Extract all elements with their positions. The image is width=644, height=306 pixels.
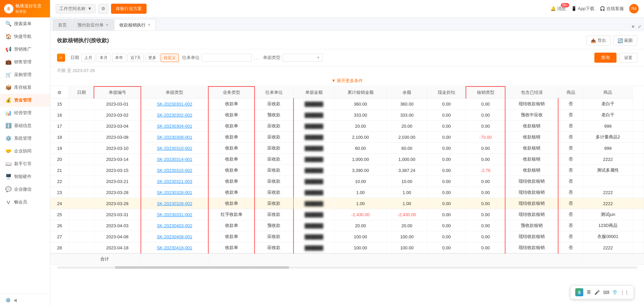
cell-no: 19 bbox=[50, 143, 69, 154]
tab-close-prepay[interactable]: ✕ bbox=[106, 23, 109, 27]
cell-verify_type: 现结收款核销 bbox=[505, 198, 558, 209]
sidebar-item-guide[interactable]: 📖新手引导 bbox=[0, 158, 50, 170]
cell-date: 2023-03-10 bbox=[94, 143, 141, 154]
tab-prepay[interactable]: 预付款应付单✕ bbox=[72, 19, 114, 30]
filter-toggle-button[interactable]: » bbox=[57, 54, 65, 62]
sidebar-item-operations[interactable]: 📊经营管理 bbox=[0, 107, 50, 119]
sidebar-item-member[interactable]: V畅会员 bbox=[0, 196, 50, 208]
cell-bill_no[interactable]: SK-20230331-002 bbox=[141, 209, 209, 220]
col-header-amount: 单据金额 bbox=[293, 86, 334, 99]
sidebar-item-corp[interactable]: 🤝企业协同 bbox=[0, 145, 50, 158]
scroll-thumb[interactable] bbox=[115, 266, 289, 269]
keyboard-icon[interactable]: ⌨ bbox=[603, 290, 609, 295]
tab-expand-icon[interactable]: ⤢ bbox=[638, 24, 641, 29]
cell-bill_no[interactable]: SK-20230304-001 bbox=[141, 121, 209, 132]
cell-bill_no[interactable]: SK-20230301-002 bbox=[141, 99, 209, 110]
cell-bill_no[interactable]: SK-20230308-001 bbox=[141, 132, 209, 143]
sidebar-item-hardware[interactable]: 🖥️智能硬件 bbox=[0, 170, 50, 183]
refresh-button[interactable]: 🔄 刷新 bbox=[613, 36, 637, 46]
settings-icon[interactable]: ⚙️ bbox=[5, 298, 11, 303]
this-year-button[interactable]: 本年 bbox=[112, 54, 126, 62]
cell-bill_no[interactable]: SK-20230314-001 bbox=[141, 154, 209, 165]
query-button[interactable]: 查询 bbox=[594, 53, 616, 63]
expand-more-button[interactable]: ▼ 展开更多条件 bbox=[50, 76, 644, 86]
col-header-verified_amount: 累计核销金额 bbox=[334, 86, 387, 99]
sidebar-item-system[interactable]: ⚙️系统管理 bbox=[0, 132, 50, 145]
cell-partner: ██████ bbox=[293, 176, 334, 187]
cell-bill_no[interactable]: SK-20230321-003 bbox=[141, 176, 209, 187]
cell-cash_discount: 0.00 bbox=[466, 99, 505, 110]
cell-balance: 0.00 bbox=[427, 187, 466, 198]
bill-type-select-wrap bbox=[282, 54, 323, 62]
total-cell-11 bbox=[558, 253, 583, 265]
cell-bill_no[interactable]: SK-20230302-002 bbox=[141, 110, 209, 121]
settings-small-button[interactable]: 设置 bbox=[619, 53, 637, 63]
sidebar-bottom[interactable]: ⚙️ ◀ bbox=[0, 294, 50, 306]
cell-cash_discount: 0.00 bbox=[466, 198, 505, 209]
cell-product: 123D商品 bbox=[583, 220, 633, 231]
user-avatar[interactable]: Rit bbox=[629, 4, 639, 13]
col-header-biz_type: 业务类型 bbox=[208, 86, 255, 99]
experience-button[interactable]: 体验行业方案 bbox=[111, 4, 147, 14]
cell-bill_no[interactable]: SK-20230403-002 bbox=[141, 220, 209, 231]
sidebar-item-search[interactable]: 🔍搜索菜单 bbox=[0, 17, 50, 30]
gear-button[interactable]: ⚙ bbox=[98, 4, 108, 14]
cell-product2 bbox=[633, 209, 644, 220]
cell-amount: 1,000.00 bbox=[334, 154, 387, 165]
tab-label-home: 首页 bbox=[58, 22, 67, 28]
sidebar-item-quick[interactable]: 🏠快捷导航 bbox=[0, 30, 50, 43]
tab-payment-verify[interactable]: 收款核销执行✕ bbox=[114, 19, 156, 30]
cell-bill_no[interactable]: SK-20230310-001 bbox=[141, 143, 209, 154]
tab-close-all-icon[interactable]: ✕ bbox=[631, 24, 635, 29]
sidebar-item-marketing[interactable]: 📢营销推广 bbox=[0, 43, 50, 56]
last7days-button[interactable]: 近7天 bbox=[127, 54, 144, 62]
sidebar-item-sales[interactable]: 💼销售管理 bbox=[0, 56, 50, 68]
cell-biz_type: 预收款 bbox=[255, 220, 293, 231]
partner-input[interactable] bbox=[202, 54, 252, 62]
sidebar-item-finance[interactable]: 💰资金管理 bbox=[0, 94, 50, 107]
cell-biz_type: 应收款 bbox=[255, 187, 293, 198]
hardware-icon: 🖥️ bbox=[5, 174, 11, 180]
bill-type-select[interactable] bbox=[282, 54, 323, 62]
cell-cash_discount: -2.76 bbox=[466, 165, 505, 176]
mic-icon[interactable]: 🎤 bbox=[594, 290, 600, 295]
col-header-settings[interactable]: ⚙ bbox=[50, 86, 69, 99]
sidebar-item-basic[interactable]: ℹ️基础信息 bbox=[0, 119, 50, 132]
horizontal-scrollbar[interactable] bbox=[57, 266, 637, 269]
cell-bill_no[interactable]: SK-20230328-001 bbox=[141, 187, 209, 198]
cell-partner: ██████ bbox=[293, 165, 334, 176]
last-month-button[interactable]: 上月 bbox=[81, 54, 95, 62]
custom-date-button[interactable]: 自定义 bbox=[161, 54, 179, 62]
this-month-button[interactable]: 本月 bbox=[97, 54, 111, 62]
tab-close-payment-verify[interactable]: ✕ bbox=[148, 23, 151, 27]
tab-home[interactable]: 首页 bbox=[53, 19, 72, 30]
online-service-button[interactable]: 🎧 在线客服 bbox=[600, 6, 624, 12]
sidebar-item-purchase[interactable]: 🛒采购管理 bbox=[0, 68, 50, 81]
sidebar-label-operations: 经营管理 bbox=[14, 110, 32, 116]
cell-bill_no[interactable]: SK-20230315-002 bbox=[141, 165, 209, 176]
more-date-button[interactable]: 更多 bbox=[145, 54, 159, 62]
cell-bill_no[interactable]: SK-20230418-001 bbox=[141, 242, 209, 254]
cell-cash_discount: -70.00 bbox=[466, 132, 505, 143]
table-row: 252023-03-31SK-20230331-002红字收款单应收款█████… bbox=[50, 209, 644, 220]
page-header: 收款核销执行(按收款) 📤 导出 🔄 刷新 bbox=[50, 31, 644, 49]
cell-biz_type: 应收款 bbox=[255, 242, 293, 254]
cell-product2 bbox=[633, 132, 644, 143]
collapse-icon[interactable]: ◀ bbox=[13, 298, 17, 303]
inventory-icon: 📦 bbox=[5, 84, 11, 90]
table-scroll[interactable]: ⚙日期单据编号单据类型业务类型往来单位单据金额累计核销金额余额现金折扣核销类型包… bbox=[50, 86, 644, 265]
cell-bill_no[interactable]: SK-20230328-002 bbox=[141, 198, 209, 209]
cell-include_settled: 否 bbox=[558, 121, 583, 132]
cell-partner: ██████ bbox=[293, 132, 334, 143]
cell-bill_no[interactable]: SK-20230408-001 bbox=[141, 231, 209, 242]
cell-cash_discount: 0.00 bbox=[466, 242, 505, 254]
cell-verify_type: 现结收款核销 bbox=[505, 209, 558, 220]
sidebar-item-wechat[interactable]: 💬企业微信 bbox=[0, 183, 50, 196]
cell-biz_type: 应收款 bbox=[255, 154, 293, 165]
sidebar-item-inventory[interactable]: 📦库存核算 bbox=[0, 81, 50, 94]
total-cell-10 bbox=[505, 253, 558, 265]
export-button[interactable]: 📤 导出 bbox=[586, 36, 610, 46]
app-download-button[interactable]: 📱 App下载 bbox=[571, 6, 594, 12]
notification-button[interactable]: 🔔 消息 99+ bbox=[550, 6, 566, 12]
workspace-selector[interactable]: 工作空间名称 ▼ bbox=[56, 4, 96, 13]
